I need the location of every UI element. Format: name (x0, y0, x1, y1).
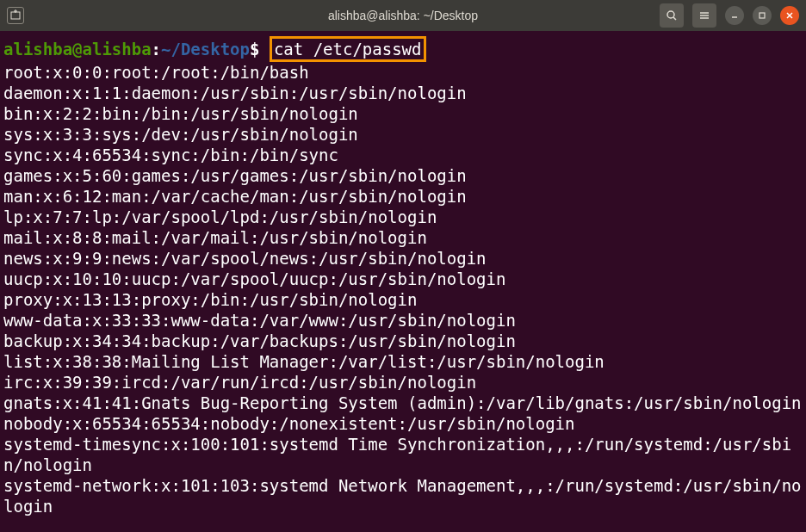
svg-rect-9 (760, 13, 765, 18)
window-titlebar: alishba@alishba: ~/Desktop (0, 0, 806, 31)
titlebar-left (7, 7, 24, 24)
terminal-output: root:x:0:0:root:/root:/bin/bash daemon:x… (3, 63, 802, 516)
menu-button[interactable] (692, 3, 716, 28)
maximize-button[interactable] (753, 6, 772, 25)
close-button[interactable] (780, 6, 799, 25)
prompt-path: ~/Desktop (161, 40, 250, 59)
search-button[interactable] (660, 3, 684, 28)
command-highlight: cat /etc/passwd (270, 36, 426, 62)
svg-line-4 (673, 17, 676, 20)
terminal-content[interactable]: alishba@alishba:~/Desktop$ cat /etc/pass… (0, 31, 806, 522)
prompt-colon: : (152, 40, 161, 59)
minimize-button[interactable] (725, 6, 744, 25)
prompt-dollar: $ (250, 40, 259, 59)
window-title: alishba@alishba: ~/Desktop (328, 5, 478, 26)
svg-rect-0 (11, 12, 20, 19)
prompt-user-host: alishba@alishba (3, 40, 152, 59)
svg-point-3 (667, 11, 674, 18)
titlebar-right (660, 3, 799, 28)
new-tab-icon[interactable] (7, 7, 24, 24)
